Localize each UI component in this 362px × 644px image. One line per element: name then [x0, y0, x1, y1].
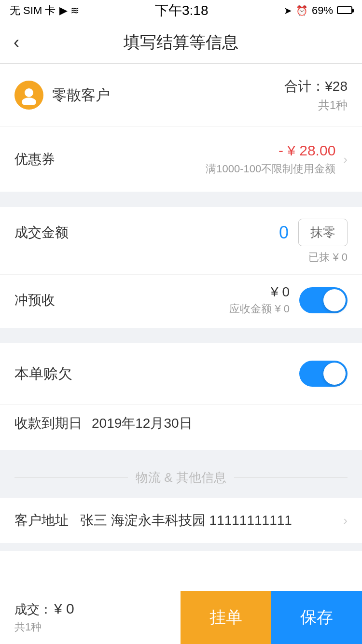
svg-point-0 — [25, 88, 33, 97]
bottom-summary: 成交： ¥ 0 共1种 — [0, 601, 181, 634]
coupon-label: 优惠券 — [14, 150, 72, 168]
prereceive-label: 冲预收 — [14, 291, 72, 309]
coupon-row[interactable]: 优惠券 - ¥ 28.00 满1000-100不限制使用金额 › — [0, 126, 362, 192]
nav-bar: ‹ 填写结算等信息 — [0, 21, 362, 64]
toggle-knob — [323, 289, 346, 311]
bottom-bar: 成交： ¥ 0 共1种 挂单 保存 — [0, 591, 362, 644]
logistics-title: 物流 & 其他信息 — [14, 469, 348, 486]
back-button[interactable]: ‹ — [14, 32, 19, 53]
sim-label: 无 SIM 卡 — [10, 3, 56, 18]
battery-percent: 69% — [312, 4, 333, 17]
user-avatar-icon — [19, 85, 39, 105]
customer-avatar — [14, 81, 43, 110]
customer-name: 零散客户 — [52, 85, 110, 105]
coupon-value: - ¥ 28.00 — [206, 142, 335, 159]
customer-right: 合计：¥28 共1种 — [284, 77, 348, 113]
debt-toggle[interactable] — [299, 361, 348, 387]
address-value: 张三 海淀永丰科技园 11111111111 — [80, 511, 332, 530]
due-date-label: 收款到期日 — [14, 414, 82, 433]
total-count: 共1种 — [284, 98, 348, 113]
bottom-count: 共1种 — [14, 620, 166, 634]
chevron-right-icon: › — [343, 152, 348, 167]
prereceive-amounts: ¥ 0 应收金额 ¥ 0 — [229, 284, 290, 316]
page-title: 填写结算等信息 — [124, 31, 238, 54]
transaction-value: 0 — [279, 223, 289, 243]
address-card: 客户地址 张三 海淀永丰科技园 11111111111 › — [0, 498, 362, 543]
section-divider-1 — [0, 199, 362, 207]
status-time: 下午3:18 — [155, 1, 209, 20]
prereceive-sub: 应收金额 ¥ 0 — [229, 302, 290, 316]
debt-label: 本单赊欠 — [14, 364, 72, 384]
customer-row: 零散客户 合计：¥28 共1种 — [0, 64, 362, 126]
logistics-section: 物流 & 其他信息 — [0, 458, 362, 498]
prereceive-right: ¥ 0 应收金额 ¥ 0 — [229, 284, 348, 316]
battery-icon — [337, 4, 352, 17]
section-divider-2 — [0, 336, 362, 343]
transaction-sub: 已抹 ¥ 0 — [0, 250, 362, 274]
bottom-deal-label: 成交： — [14, 601, 52, 618]
due-date-value: 2019年12月30日 — [92, 414, 193, 433]
coupon-right: - ¥ 28.00 满1000-100不限制使用金额 › — [206, 142, 348, 176]
debt-card: 本单赊欠 收款到期日 2019年12月30日 — [0, 343, 362, 450]
debt-row: 本单赊欠 — [0, 343, 362, 404]
prereceive-toggle[interactable] — [299, 287, 348, 313]
location-icon: ➤ — [284, 5, 292, 16]
customer-card: 零散客户 合计：¥28 共1种 优惠券 - ¥ 28.00 满1000-100不… — [0, 64, 362, 192]
transaction-row: 成交金额 0 抹零 — [0, 207, 362, 250]
prereceive-row: 冲预收 ¥ 0 应收金额 ¥ 0 — [0, 274, 362, 328]
status-bar: 无 SIM 卡 ▶ ≋ 下午3:18 ➤ ⏰ 69% — [0, 0, 362, 21]
transaction-label: 成交金额 — [14, 224, 72, 242]
prereceive-main: ¥ 0 — [229, 284, 290, 300]
bottom-deal-amount: ¥ 0 — [54, 601, 74, 617]
hold-button[interactable]: 挂单 — [181, 591, 271, 644]
address-chevron-icon: › — [343, 513, 348, 528]
due-date-row[interactable]: 收款到期日 2019年12月30日 — [0, 404, 362, 450]
total-amount: 合计：¥28 — [284, 77, 348, 96]
transaction-card: 成交金额 0 抹零 已抹 ¥ 0 冲预收 ¥ 0 应收金额 ¥ 0 — [0, 207, 362, 328]
address-label: 客户地址 — [14, 511, 69, 530]
content-area: 零散客户 合计：¥28 共1种 优惠券 - ¥ 28.00 满1000-100不… — [0, 64, 362, 644]
address-row[interactable]: 客户地址 张三 海淀永丰科技园 11111111111 › — [0, 498, 362, 543]
svg-point-1 — [22, 98, 36, 105]
wifi-icon: ▶ ≋ — [59, 4, 79, 17]
status-right: ➤ ⏰ 69% — [284, 4, 352, 17]
round-button[interactable]: 抹零 — [298, 219, 348, 246]
status-left: 无 SIM 卡 ▶ ≋ — [10, 3, 79, 18]
customer-left: 零散客户 — [14, 81, 110, 110]
save-button[interactable]: 保存 — [271, 591, 362, 644]
coupon-desc: 满1000-100不限制使用金额 — [206, 162, 335, 176]
debt-toggle-knob — [323, 363, 346, 385]
alarm-icon: ⏰ — [296, 5, 308, 16]
